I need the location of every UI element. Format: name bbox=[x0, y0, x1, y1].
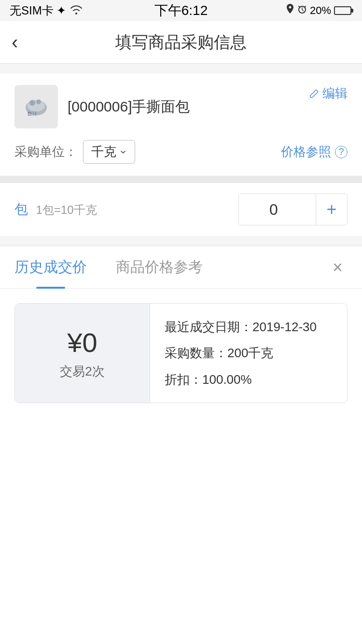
history-price-area: ¥0 交易2次 bbox=[15, 304, 150, 403]
product-header: 数计 [0000006]手撕面包 编辑 bbox=[14, 85, 348, 128]
edit-button[interactable]: 编辑 bbox=[309, 85, 348, 102]
price-ref-button[interactable]: 价格参照 ? bbox=[281, 143, 348, 160]
discount-label: 折扣： bbox=[165, 372, 202, 387]
quantity-detail-label: 采购数量： bbox=[165, 346, 227, 360]
tab-price-ref[interactable]: 商品价格参考 bbox=[116, 246, 203, 289]
product-info: 数计 [0000006]手撕面包 bbox=[14, 85, 190, 128]
history-date-row: 最近成交日期：2019-12-30 bbox=[165, 318, 333, 336]
unit-label: 采购单位： bbox=[14, 143, 77, 160]
history-discount-row: 折扣：100.00% bbox=[165, 371, 333, 388]
status-bar: 无SIM卡 ✦ 下午6:12 20% bbox=[0, 0, 362, 21]
alarm-icon bbox=[297, 4, 307, 17]
svg-point-4 bbox=[36, 99, 41, 104]
tabs-list: 历史成交价 商品价格参考 bbox=[14, 246, 203, 289]
quantity-unit-label: 包 bbox=[14, 202, 28, 217]
product-card: 数计 [0000006]手撕面包 编辑 采购单位： 千克 bbox=[0, 73, 362, 175]
wifi-icon bbox=[70, 4, 83, 17]
quantity-row: 包 1包=10千克 + bbox=[0, 183, 362, 236]
price-ref-label: 价格参照 bbox=[281, 143, 331, 160]
quantity-controls: + bbox=[238, 194, 348, 225]
tabs-close-button[interactable]: × bbox=[328, 252, 348, 282]
quantity-detail-value: 200千克 bbox=[227, 346, 273, 360]
history-trades: 交易2次 bbox=[60, 363, 104, 380]
history-price-value: ¥0 bbox=[67, 327, 97, 358]
unit-select[interactable]: 千克 bbox=[83, 140, 135, 164]
history-quantity-row: 采购数量：200千克 bbox=[165, 344, 333, 362]
tab-price-ref-label: 商品价格参考 bbox=[116, 257, 203, 277]
carrier-text: 无SIM卡 ✦ bbox=[10, 3, 66, 18]
quantity-section: 包 1包=10千克 + bbox=[0, 176, 362, 236]
tab-history-label: 历史成交价 bbox=[14, 257, 87, 277]
history-details: 最近成交日期：2019-12-30 采购数量：200千克 折扣：100.00% bbox=[150, 304, 347, 403]
quantity-divider bbox=[0, 176, 362, 183]
edit-label: 编辑 bbox=[322, 85, 348, 102]
status-time: 下午6:12 bbox=[154, 1, 208, 20]
product-unit-row: 采购单位： 千克 价格参照 ? bbox=[14, 140, 348, 164]
tabs-header: 历史成交价 商品价格参考 × bbox=[0, 246, 362, 289]
location-icon bbox=[286, 4, 294, 17]
product-name: [0000006]手撕面包 bbox=[68, 98, 190, 114]
status-carrier: 无SIM卡 ✦ bbox=[10, 3, 83, 18]
quantity-unit-info: 包 1包=10千克 bbox=[14, 200, 97, 219]
quantity-input[interactable] bbox=[239, 194, 316, 225]
svg-text:数计: 数计 bbox=[28, 111, 37, 116]
history-card: ¥0 交易2次 最近成交日期：2019-12-30 采购数量：200千克 折扣：… bbox=[14, 303, 348, 403]
nav-bar: ‹ 填写商品采购信息 bbox=[0, 21, 362, 64]
unit-value: 千克 bbox=[91, 143, 116, 160]
battery-icon bbox=[334, 6, 352, 15]
svg-point-3 bbox=[29, 100, 35, 106]
back-button[interactable]: ‹ bbox=[12, 31, 18, 53]
page-title: 填写商品采购信息 bbox=[115, 31, 247, 54]
status-icons: 20% bbox=[286, 4, 352, 17]
discount-value: 100.00% bbox=[202, 372, 252, 387]
tabs-panel: 历史成交价 商品价格参考 × ¥0 交易2次 最近成交日期：2019-12-30… bbox=[0, 246, 362, 418]
battery-percent: 20% bbox=[310, 4, 331, 17]
unit-left: 采购单位： 千克 bbox=[14, 140, 135, 164]
tab-history-price[interactable]: 历史成交价 bbox=[14, 246, 87, 289]
quantity-plus-button[interactable]: + bbox=[316, 194, 347, 225]
bottom-space bbox=[0, 418, 362, 644]
history-content: ¥0 交易2次 最近成交日期：2019-12-30 采购数量：200千克 折扣：… bbox=[0, 289, 362, 418]
quantity-unit-convert: 1包=10千克 bbox=[36, 203, 97, 216]
recent-date-label: 最近成交日期： bbox=[165, 320, 252, 334]
help-icon: ? bbox=[335, 146, 348, 158]
product-thumbnail: 数计 bbox=[14, 85, 58, 128]
recent-date-value: 2019-12-30 bbox=[252, 320, 317, 334]
